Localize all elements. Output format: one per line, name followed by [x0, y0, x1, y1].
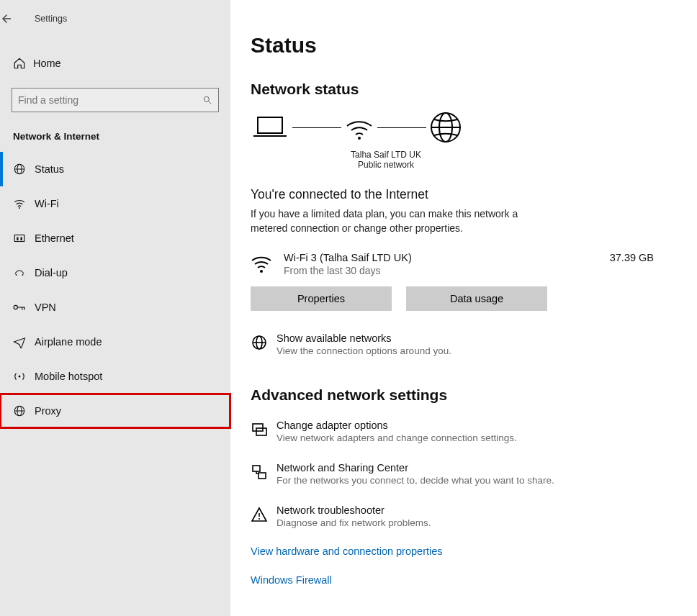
sidebar-item-label: Airplane mode [35, 336, 102, 348]
sidebar-item-label: Wi-Fi [35, 198, 59, 209]
sharing-icon [251, 462, 276, 486]
wifi-name: Wi-Fi 3 (Talha Saif LTD UK) [284, 252, 610, 263]
sidebar-item-hotspot[interactable]: Mobile hotspot [0, 359, 230, 394]
sidebar-item-ethernet[interactable]: Ethernet [0, 221, 230, 255]
data-usage-button[interactable]: Data usage [406, 286, 547, 311]
sidebar-item-label: Dial-up [35, 267, 68, 278]
sidebar-item-dialup[interactable]: Dial-up [0, 255, 230, 290]
wifi-sub: From the last 30 days [284, 265, 610, 276]
laptop-icon [251, 113, 289, 142]
svg-rect-6 [14, 235, 24, 242]
main-content: Status Network status Talha Saif LTD UK … [230, 0, 697, 616]
page-title: Status [251, 33, 668, 58]
back-button[interactable] [0, 12, 35, 25]
adapter-option[interactable]: Change adapter options View network adap… [251, 420, 668, 443]
section-advanced: Advanced network settings [251, 386, 668, 404]
svg-point-5 [19, 207, 20, 209]
svg-point-10 [22, 274, 24, 276]
sidebar-home[interactable]: Home [0, 46, 230, 81]
svg-point-9 [16, 274, 17, 276]
sidebar-item-proxy[interactable]: Proxy [0, 394, 230, 428]
svg-point-34 [258, 518, 260, 520]
show-networks-option[interactable]: Show available networks View the connect… [251, 332, 668, 356]
adapter-icon [251, 420, 276, 443]
section-network-status: Network status [251, 81, 668, 98]
option-title: Network troubleshooter [276, 504, 431, 516]
svg-rect-30 [256, 428, 266, 435]
option-sub: For the networks you connect to, decide … [276, 475, 554, 486]
sidebar-item-label: Mobile hotspot [35, 371, 102, 382]
dialup-icon [13, 266, 35, 279]
home-icon [13, 57, 33, 70]
sidebar-item-wifi[interactable]: Wi-Fi [0, 186, 230, 221]
svg-line-1 [209, 101, 212, 104]
svg-rect-19 [258, 117, 282, 133]
sharing-option[interactable]: Network and Sharing Center For the netwo… [251, 462, 668, 486]
link-windows-firewall[interactable]: Windows Firewall [251, 574, 668, 586]
option-sub: Diagnose and fix network problems. [276, 517, 431, 528]
svg-rect-7 [17, 237, 18, 241]
airplane-icon [13, 335, 35, 348]
svg-rect-32 [258, 473, 266, 479]
ethernet-icon [13, 232, 35, 245]
search-box[interactable] [12, 88, 219, 112]
svg-point-25 [260, 270, 263, 273]
globe-icon [251, 332, 276, 356]
svg-point-11 [14, 305, 17, 309]
titlebar: Settings [0, 4, 230, 33]
option-sub: View the connection options around you. [276, 345, 451, 356]
connected-title: You're connected to the Internet [251, 187, 668, 202]
sidebar-item-label: Ethernet [35, 232, 74, 244]
globe-icon [13, 163, 35, 176]
wifi-icon [344, 113, 374, 142]
sidebar-item-vpn[interactable]: VPN [0, 290, 230, 325]
proxy-icon [13, 404, 35, 417]
network-diagram [251, 111, 668, 144]
option-sub: View network adapters and change connect… [276, 432, 517, 443]
option-title: Network and Sharing Center [276, 462, 554, 474]
connected-hint: If you have a limited data plan, you can… [251, 207, 539, 236]
svg-rect-8 [21, 237, 22, 241]
app-title: Settings [35, 14, 67, 24]
sidebar-item-label: Status [35, 163, 64, 175]
link-hardware-properties[interactable]: View hardware and connection properties [251, 545, 668, 557]
sidebar-home-label: Home [33, 58, 61, 69]
svg-point-15 [19, 376, 21, 378]
svg-point-0 [204, 96, 209, 101]
search-input[interactable] [18, 94, 202, 106]
sidebar-item-status[interactable]: Status [0, 152, 230, 186]
sidebar: Settings Home Network & Internet Status … [0, 0, 230, 616]
troubleshooter-option[interactable]: Network troubleshooter Diagnose and fix … [251, 504, 668, 528]
sidebar-item-label: Proxy [35, 405, 61, 417]
svg-rect-29 [253, 424, 263, 431]
sidebar-section-title: Network & Internet [13, 131, 230, 142]
vpn-icon [13, 302, 35, 312]
diagram-net-type: Public network [336, 160, 436, 170]
wifi-usage-row: Wi-Fi 3 (Talha Saif LTD UK) From the las… [251, 252, 668, 276]
sidebar-item-label: VPN [35, 302, 56, 313]
wifi-icon [251, 252, 284, 273]
option-title: Show available networks [276, 332, 451, 344]
warning-icon [251, 504, 276, 528]
svg-rect-31 [253, 466, 260, 471]
sidebar-item-airplane[interactable]: Airplane mode [0, 325, 230, 359]
svg-point-21 [358, 137, 361, 140]
hotspot-icon [13, 370, 35, 383]
back-arrow-icon [0, 12, 13, 25]
properties-button[interactable]: Properties [251, 286, 392, 311]
diagram-ssid: Talha Saif LTD UK [336, 150, 436, 160]
option-title: Change adapter options [276, 420, 517, 431]
wifi-icon [13, 197, 35, 210]
search-icon [202, 95, 212, 105]
globe-icon [429, 111, 462, 144]
wifi-data-size: 37.39 GB [610, 252, 654, 263]
